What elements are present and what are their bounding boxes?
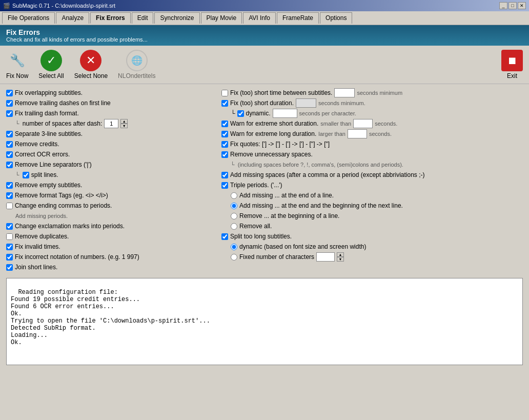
- checkbox-remove-line-sep[interactable]: [6, 162, 13, 168]
- label-add-missing-spaces[interactable]: Add missing spaces (after a comma or a p…: [221, 171, 425, 178]
- label-remove-credits[interactable]: Remove credits.: [6, 141, 59, 148]
- select-all-icon: ✓: [40, 50, 62, 71]
- spinner-down[interactable]: ▼: [120, 124, 128, 128]
- row-fix-incorrect-notation: Fix incorrect notation of numbers. (e.g.…: [6, 252, 221, 262]
- label-remove-empty[interactable]: Remove empty subtitles.: [6, 182, 82, 189]
- checkbox-warn-extreme-long[interactable]: [221, 131, 228, 137]
- checkbox-fix-short-time[interactable]: [221, 90, 228, 96]
- label-warn-extreme-long[interactable]: Warn for extreme long duration.: [221, 130, 316, 137]
- label-fix-short-duration[interactable]: Fix (too) short duration.: [221, 99, 294, 107]
- extreme-short-input[interactable]: 0.5: [353, 119, 373, 128]
- checkbox-fix-trailing-dash[interactable]: [6, 110, 13, 117]
- radio-triple-end-of-line[interactable]: [231, 192, 237, 199]
- close-button[interactable]: ✕: [518, 2, 526, 9]
- tab-synchronize[interactable]: Synchronize: [154, 12, 199, 24]
- checkbox-join-short-lines[interactable]: [6, 264, 13, 271]
- fix-now-button[interactable]: 🔧 Fix Now: [6, 50, 28, 79]
- label-change-exclamation[interactable]: Change exclamation marks into periods.: [6, 223, 125, 230]
- label-remove-format-tags[interactable]: Remove format Tags (eg. <i> </i>): [6, 192, 108, 199]
- label-triple-radio3[interactable]: Remove ... at the beginning of a line.: [231, 212, 339, 219]
- label-remove-duplicates[interactable]: Remove duplicates.: [6, 233, 69, 240]
- checkbox-fix-short-duration[interactable]: [221, 100, 228, 107]
- tab-avi-info[interactable]: AVI Info: [243, 12, 276, 24]
- label-fix-overlap[interactable]: Fix overlapping subtitles.: [6, 89, 83, 96]
- label-triple-radio4[interactable]: Remove all.: [231, 223, 272, 230]
- select-all-button[interactable]: ✓ Select All: [38, 50, 64, 79]
- label-remove-line-sep[interactable]: Remove Line separators ('|'): [6, 161, 92, 168]
- label-triple-periods[interactable]: Triple periods. ('...'): [221, 182, 282, 189]
- dynamic-input[interactable]: 0.085: [273, 109, 297, 118]
- radio-triple-remove-beginning[interactable]: [231, 213, 237, 219]
- checkbox-separate-3line[interactable]: [6, 131, 13, 137]
- checkbox-split-too-long[interactable]: [221, 233, 228, 240]
- label-fix-quotes[interactable]: Fix quotes: ['] -> ['] - ['] -> ['] - ["…: [221, 141, 330, 148]
- label-fix-short-time[interactable]: Fix (too) short time between subtitles.: [221, 89, 332, 96]
- radio-triple-remove-all[interactable]: [231, 223, 237, 230]
- spaces-after-dash-input[interactable]: [104, 119, 118, 128]
- exit-button[interactable]: ⏹ Exit: [501, 50, 523, 79]
- short-time-input[interactable]: 0.1: [334, 88, 355, 97]
- maximize-button[interactable]: □: [508, 2, 517, 9]
- checkbox-remove-duplicates[interactable]: [6, 233, 13, 240]
- checkbox-correct-ocr[interactable]: [6, 151, 13, 158]
- dynamic-unit: seconds per character.: [299, 110, 356, 116]
- tab-play-movie[interactable]: Play Movie: [201, 12, 242, 24]
- label-join-short-lines[interactable]: Join short lines.: [6, 264, 57, 271]
- label-split-radio1[interactable]: dynamic (based on font size and screen w…: [231, 243, 366, 250]
- select-all-label: Select All: [38, 72, 64, 79]
- checkbox-fix-overlap[interactable]: [6, 90, 13, 96]
- spaces-after-dash-spinner[interactable]: ▲ ▼: [120, 119, 128, 128]
- short-duration-input[interactable]: 2: [296, 98, 316, 108]
- checkbox-fix-incorrect-notation[interactable]: [6, 254, 13, 261]
- extreme-long-input[interactable]: 10: [348, 129, 367, 138]
- label-fix-invalid-times[interactable]: Fix invalid times.: [6, 243, 60, 250]
- tab-edit[interactable]: Edit: [132, 12, 154, 24]
- label-fix-incorrect-notation[interactable]: Fix incorrect notation of numbers. (e.g.…: [6, 253, 139, 261]
- checkbox-warn-extreme-short[interactable]: [221, 121, 228, 127]
- tab-file-operations[interactable]: File Operations: [2, 12, 55, 24]
- row-fix-overlap: Fix overlapping subtitles.: [6, 88, 221, 97]
- fixed-chars-spinner[interactable]: ▲ ▼: [337, 252, 344, 262]
- radio-split-dynamic[interactable]: [231, 244, 237, 250]
- larger-than-label: larger than: [318, 131, 345, 137]
- tab-options[interactable]: Options: [320, 12, 352, 24]
- radio-triple-end-and-beginning[interactable]: [231, 203, 237, 209]
- label-split-too-long[interactable]: Split too long subtitles.: [221, 233, 292, 240]
- row-including-spaces: └ (including spaces before ?, !, comma's…: [231, 160, 523, 169]
- label-split-radio2[interactable]: Fixed number of characters: [231, 253, 314, 261]
- label-triple-radio2[interactable]: Add missing ... at the end and the begin…: [231, 202, 403, 209]
- label-warn-extreme-short[interactable]: Warn for extreme short duration.: [221, 120, 318, 127]
- checkbox-remove-unnecessary-spaces[interactable]: [221, 151, 228, 158]
- tab-fix-errors[interactable]: Fix Errors: [90, 12, 131, 24]
- label-correct-ocr[interactable]: Correct OCR errors.: [6, 151, 70, 158]
- checkbox-change-ending-commas[interactable]: [6, 203, 13, 209]
- checkbox-add-missing-spaces[interactable]: [221, 172, 228, 178]
- minimize-button[interactable]: _: [499, 2, 507, 9]
- label-dynamic[interactable]: dynamic.: [237, 110, 271, 117]
- label-remove-trailing-dashes[interactable]: Remove trailing dashes on first line: [6, 99, 111, 107]
- radio-split-fixed[interactable]: [231, 254, 237, 261]
- checkbox-split-lines[interactable]: [23, 172, 29, 178]
- label-split-lines[interactable]: split lines.: [23, 171, 58, 178]
- checkbox-remove-credits[interactable]: [6, 141, 13, 148]
- checkbox-fix-invalid-times[interactable]: [6, 244, 13, 250]
- checkbox-change-exclamation[interactable]: [6, 223, 13, 230]
- fixed-chars-spinner-down[interactable]: ▼: [337, 257, 344, 262]
- label-fix-trailing-dash[interactable]: Fix trailing dash format.: [6, 110, 79, 117]
- label-separate-3line[interactable]: Separate 3-line subtitles.: [6, 130, 83, 137]
- label-change-ending-commas[interactable]: Change ending commas to periods.: [6, 202, 112, 209]
- checkbox-triple-periods[interactable]: [221, 182, 228, 189]
- tab-framerate[interactable]: FrameRate: [277, 12, 319, 24]
- label-triple-radio1[interactable]: Add missing ... at the end of a line.: [231, 192, 334, 199]
- checkbox-dynamic[interactable]: [237, 110, 244, 117]
- checkbox-remove-trailing-dashes[interactable]: [6, 100, 13, 107]
- label-remove-unnecessary-spaces[interactable]: Remove unnecessary spaces.: [221, 151, 313, 158]
- checkbox-remove-empty[interactable]: [6, 182, 13, 189]
- fixed-chars-spinner-up[interactable]: ▲: [337, 252, 344, 257]
- tab-analyze[interactable]: Analyze: [56, 12, 89, 24]
- checkbox-fix-quotes[interactable]: [221, 141, 228, 148]
- spinner-up[interactable]: ▲: [120, 119, 128, 124]
- select-none-button[interactable]: ✕ Select None: [74, 50, 108, 79]
- checkbox-remove-format-tags[interactable]: [6, 192, 13, 199]
- fixed-chars-input[interactable]: 50: [316, 252, 335, 262]
